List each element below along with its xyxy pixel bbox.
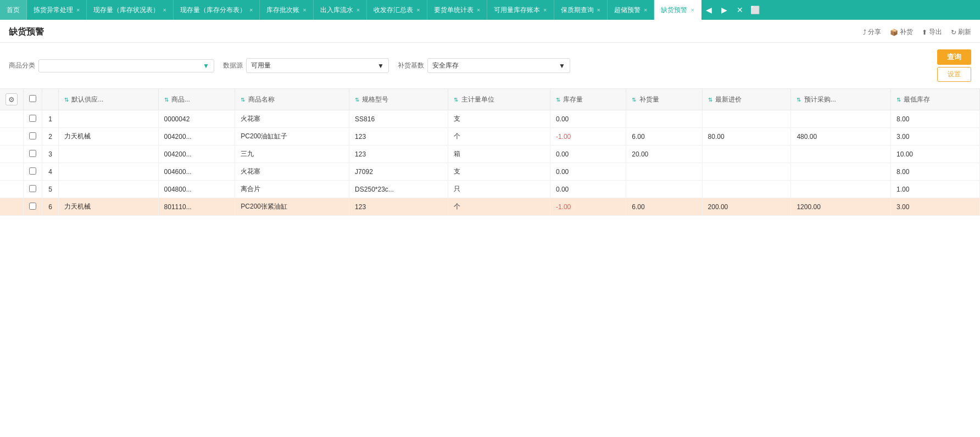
table-row: 5 004800... 离合片 DS250*23c... 只 0.00 1.00 xyxy=(0,181,980,198)
replenish-icon: 📦 xyxy=(890,29,898,36)
col-latest-price[interactable]: ⇅ 最新进价 xyxy=(702,89,791,110)
table-row: 1 0000042 火花塞 SS816 支 0.00 8.00 xyxy=(0,110,980,128)
main-content: 缺货预警 ⤴ 分享 📦 补货 ⬆ 导出 ↻ 刷新 商品分类 xyxy=(0,20,980,437)
col-min-stock[interactable]: ⇅ 最低库存 xyxy=(891,89,980,110)
col-spec[interactable]: ⇅ 规格型号 xyxy=(349,89,448,110)
datasource-value: 可用量 xyxy=(251,61,271,70)
col-supplier[interactable]: ⇅ 默认供应... xyxy=(59,89,159,110)
close-icon[interactable]: × xyxy=(477,7,480,13)
select-all-checkbox[interactable] xyxy=(29,95,36,102)
replenish-base-filter-group: 补货基数 安全库存 ▼ xyxy=(398,58,570,73)
row-checkbox-cell[interactable] xyxy=(24,163,42,181)
row-unit: 只 xyxy=(448,181,550,198)
export-button[interactable]: ⬆ 导出 xyxy=(922,27,942,37)
sort-icon: ⇅ xyxy=(708,97,712,103)
row-checkbox-cell[interactable] xyxy=(24,110,42,128)
row-name: PC200张紧油缸 xyxy=(235,198,349,216)
row-checkbox[interactable] xyxy=(29,185,36,192)
close-icon[interactable]: × xyxy=(416,7,420,13)
close-icon[interactable]: × xyxy=(303,7,306,13)
share-button[interactable]: ⤴ 分享 xyxy=(863,27,881,37)
tab-batch[interactable]: 库存批次账 × xyxy=(260,0,313,20)
tab-stock-dist[interactable]: 现存量（库存分布表） × xyxy=(174,0,260,20)
settings-button[interactable]: 设置 xyxy=(937,67,971,82)
row-unit: 箱 xyxy=(448,145,550,163)
tab-receipt[interactable]: 收发存汇总表 × xyxy=(367,0,427,20)
row-spec: DS250*23c... xyxy=(349,181,448,198)
row-checkbox-cell[interactable] xyxy=(24,145,42,163)
refresh-button[interactable]: ↻ 刷新 xyxy=(951,27,971,37)
row-checkbox[interactable] xyxy=(29,150,36,157)
row-min-stock: 3.00 xyxy=(891,128,980,145)
tab-demand[interactable]: 要货单统计表 × xyxy=(427,0,487,20)
col-name[interactable]: ⇅ 商品名称 xyxy=(235,89,349,110)
settings-gear-icon[interactable]: ⚙ xyxy=(5,93,18,105)
row-settings-cell xyxy=(0,198,24,216)
col-est-purchase[interactable]: ⇅ 预计采购... xyxy=(791,89,891,110)
query-button[interactable]: 查询 xyxy=(937,49,971,65)
close-icon[interactable]: × xyxy=(644,7,647,13)
row-checkbox[interactable] xyxy=(29,132,36,139)
close-icon[interactable]: × xyxy=(76,7,80,13)
tab-available[interactable]: 可用量库存账本 × xyxy=(487,0,554,20)
row-spec: J7092 xyxy=(349,163,448,181)
row-checkbox[interactable] xyxy=(29,167,36,175)
sort-icon: ⇅ xyxy=(164,97,169,103)
table-row: 6 力天机械 801110... PC200张紧油缸 123 个 -1.00 6… xyxy=(0,198,980,216)
tab-prev-button[interactable]: ◀ xyxy=(701,0,717,20)
tab-maximize-button[interactable]: ⬜ xyxy=(748,0,763,20)
col-unit[interactable]: ⇅ 主计量单位 xyxy=(448,89,550,110)
row-checkbox[interactable] xyxy=(29,203,36,210)
close-icon[interactable]: × xyxy=(543,7,547,13)
close-icon[interactable]: × xyxy=(163,7,166,13)
col-checkbox[interactable] xyxy=(24,89,42,110)
row-latest-price xyxy=(702,110,791,128)
header-actions: ⤴ 分享 📦 补货 ⬆ 导出 ↻ 刷新 xyxy=(863,27,971,37)
row-min-stock: 3.00 xyxy=(891,198,980,216)
row-replenish: 6.00 xyxy=(626,128,702,145)
datasource-select[interactable]: 可用量 ▼ xyxy=(246,58,389,73)
row-checkbox-cell[interactable] xyxy=(24,181,42,198)
data-table: ⚙ ⇅ 默认供应... ⇅ 商品... ⇅ xyxy=(0,88,980,216)
close-icon[interactable]: × xyxy=(597,7,600,13)
close-icon[interactable]: × xyxy=(357,7,360,13)
row-est-purchase xyxy=(791,163,891,181)
tab-expiry[interactable]: 保质期查询 × xyxy=(554,0,608,20)
row-checkbox-cell[interactable] xyxy=(24,198,42,216)
row-spec: 123 xyxy=(349,145,448,163)
tab-overstock[interactable]: 超储预警 × xyxy=(608,0,654,20)
tab-exception[interactable]: 拣货异常处理 × xyxy=(27,0,87,20)
row-replenish xyxy=(626,181,702,198)
tab-close-all-button[interactable]: ✕ xyxy=(732,0,748,20)
close-icon[interactable]: × xyxy=(249,7,253,13)
col-code[interactable]: ⇅ 商品... xyxy=(158,89,235,110)
table-container: ⚙ ⇅ 默认供应... ⇅ 商品... ⇅ xyxy=(0,88,980,216)
row-checkbox[interactable] xyxy=(29,115,36,122)
row-checkbox-cell[interactable] xyxy=(24,128,42,145)
replenish-button[interactable]: 📦 补货 xyxy=(890,27,913,37)
datasource-filter-group: 数据源 可用量 ▼ xyxy=(223,58,389,73)
refresh-icon: ↻ xyxy=(951,29,956,36)
tab-home[interactable]: 首页 xyxy=(0,0,27,20)
tab-stock-status[interactable]: 现存量（库存状况表） × xyxy=(87,0,173,20)
row-est-purchase xyxy=(791,181,891,198)
row-supplier: 力天机械 xyxy=(59,128,159,145)
row-stock: 0.00 xyxy=(550,110,626,128)
row-min-stock: 10.00 xyxy=(891,145,980,163)
category-select[interactable]: ▼ xyxy=(38,59,214,72)
close-icon[interactable]: × xyxy=(691,7,694,13)
row-name: PC200油缸缸子 xyxy=(235,128,349,145)
tab-next-button[interactable]: ▶ xyxy=(717,0,732,20)
sort-icon: ⇅ xyxy=(241,97,245,103)
table-row: 4 004600... 火花塞 J7092 支 0.00 8.00 xyxy=(0,163,980,181)
col-settings[interactable]: ⚙ xyxy=(0,89,24,110)
row-number: 6 xyxy=(42,198,59,216)
col-stock[interactable]: ⇅ 库存量 xyxy=(550,89,626,110)
row-code: 004800... xyxy=(158,181,235,198)
replenish-base-select[interactable]: 安全库存 ▼ xyxy=(427,58,570,73)
tab-inout[interactable]: 出入库流水 × xyxy=(314,0,367,20)
row-latest-price xyxy=(702,181,791,198)
col-replenish[interactable]: ⇅ 补货量 xyxy=(626,89,702,110)
tab-shortage[interactable]: 缺货预警 × xyxy=(654,0,701,20)
col-rownum xyxy=(42,89,59,110)
